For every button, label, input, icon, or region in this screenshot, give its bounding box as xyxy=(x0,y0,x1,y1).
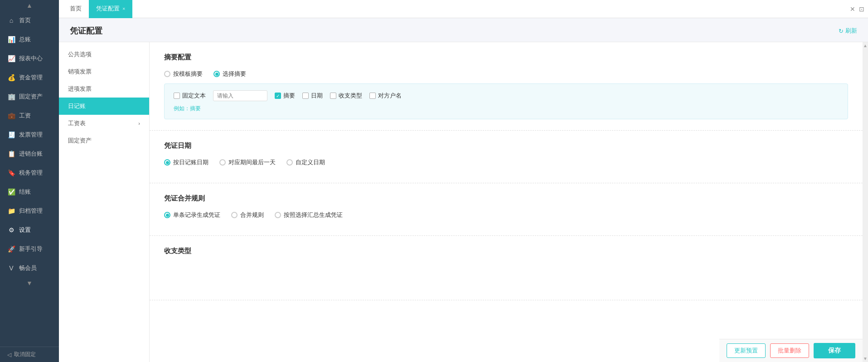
home-icon: ⌂ xyxy=(7,17,15,24)
checkbox-box-summary: ✓ xyxy=(275,93,281,99)
payroll-icon: 💼 xyxy=(7,112,15,119)
summary-config-title: 摘要配置 xyxy=(164,53,848,62)
window-close-icon[interactable]: ✕ xyxy=(850,5,855,13)
voucher-date-section: 凭证日期 按日记账日期 对应期间最后一天 自定义日期 xyxy=(150,131,863,183)
radio-template-summary[interactable]: 按模板摘要 xyxy=(164,70,203,78)
sidebar-item-settings[interactable]: ⚙设置 xyxy=(0,220,59,240)
sidebar-scroll-up[interactable]: ▲ xyxy=(0,0,59,11)
income-expense-section: 收支类型 xyxy=(150,236,863,300)
content-area: 公共选项销项发票进项发票日记账工资表›固定资产 摘要配置 按模板摘要 选择摘要 xyxy=(59,42,868,362)
save-button[interactable]: 保存 xyxy=(814,343,855,358)
checkbox-fixed-text[interactable]: 固定文本 xyxy=(174,92,206,100)
member-icon: V xyxy=(7,264,15,272)
left-nav-item-diary[interactable]: 日记账 xyxy=(59,98,149,115)
tax-icon: 🔖 xyxy=(7,169,15,176)
batch-delete-button[interactable]: 批量删除 xyxy=(770,343,809,358)
sidebar-item-invoice[interactable]: 🧾发票管理 xyxy=(0,125,59,144)
fixed-text-input[interactable] xyxy=(213,90,267,101)
sidebar-item-report[interactable]: 📈报表中心 xyxy=(0,49,59,68)
scrollbar[interactable]: ▲ ▼ xyxy=(863,42,868,362)
tab-home[interactable]: 首页 xyxy=(63,0,89,18)
bottom-bar: 更新预置 批量删除 保存 xyxy=(719,339,863,362)
right-content: 摘要配置 按模板摘要 选择摘要 固定文本 xyxy=(150,42,863,362)
refresh-icon: ↻ xyxy=(839,28,844,34)
sidebar-item-member[interactable]: V畅会员 xyxy=(0,259,59,278)
checkbox-counterpart[interactable]: 对方户名 xyxy=(369,92,402,100)
sidebar-unpin[interactable]: ◁ 取消固定 xyxy=(0,347,59,362)
pin-icon: ◁ xyxy=(7,352,11,358)
report-icon: 📈 xyxy=(7,55,15,62)
summary-checkbox-row: 固定文本 ✓ 摘要 日期 收支类型 xyxy=(174,90,839,101)
radio-circle-last-day xyxy=(219,159,226,166)
checkbox-date[interactable]: 日期 xyxy=(302,92,323,100)
merge-rules-radio-group: 单条记录生成凭证 合并规则 按照选择汇总生成凭证 xyxy=(164,211,848,219)
left-nav-item-salary_table[interactable]: 工资表› xyxy=(59,115,149,132)
settings-icon: ⚙ xyxy=(7,226,15,234)
radio-circle-diary-date xyxy=(164,159,170,166)
funds-icon: 💰 xyxy=(7,74,15,81)
sidebar-item-archive[interactable]: 📁归档管理 xyxy=(0,201,59,220)
voucher-date-title: 凭证日期 xyxy=(164,142,848,150)
voucher-date-radio-group: 按日记账日期 对应期间最后一天 自定义日期 xyxy=(164,158,848,166)
radio-last-day[interactable]: 对应期间最后一天 xyxy=(219,158,276,166)
assets-icon: 🏢 xyxy=(7,93,15,100)
sidebar-item-ledger[interactable]: 📊总账 xyxy=(0,30,59,49)
sidebar-item-assets[interactable]: 🏢固定资产 xyxy=(0,87,59,106)
merge-rules-section: 凭证合并规则 单条记录生成凭证 合并规则 按照选择汇总生成凭证 xyxy=(150,183,863,236)
sidebar-item-payroll[interactable]: 💼工资 xyxy=(0,106,59,125)
refresh-button[interactable]: ↻ 刷新 xyxy=(839,27,857,35)
radio-single-record[interactable]: 单条记录生成凭证 xyxy=(164,211,220,219)
left-nav-item-public[interactable]: 公共选项 xyxy=(59,46,149,63)
left-nav: 公共选项销项发票进项发票日记账工资表›固定资产 xyxy=(59,42,150,362)
sidebar-item-tax[interactable]: 🔖税务管理 xyxy=(0,163,59,182)
main-area: 首页 凭证配置 × ✕ ⊡ 凭证配置 ↻ 刷新 公共选项销项发票进项发票日记账工… xyxy=(59,0,868,362)
summary-checkbox-area: 固定文本 ✓ 摘要 日期 收支类型 xyxy=(164,83,848,119)
update-preset-button[interactable]: 更新预置 xyxy=(727,343,766,358)
tab-close-icon[interactable]: × xyxy=(122,6,125,11)
sidebar: ▲ ⌂首页📊总账📈报表中心💰资金管理🏢固定资产💼工资🧾发票管理📋进销台账🔖税务管… xyxy=(0,0,59,362)
tab-bar: 首页 凭证配置 × ✕ ⊡ xyxy=(59,0,868,18)
merge-rules-title: 凭证合并规则 xyxy=(164,194,848,203)
radio-circle-single xyxy=(164,212,170,218)
sales-icon: 📋 xyxy=(7,150,15,157)
tab-bar-right: ✕ ⊡ xyxy=(850,5,864,13)
checkbox-summary[interactable]: ✓ 摘要 xyxy=(275,92,295,100)
summary-radio-group: 按模板摘要 选择摘要 xyxy=(164,70,848,78)
left-nav-item-sales_invoice[interactable]: 销项发票 xyxy=(59,63,149,80)
guide-icon: 🚀 xyxy=(7,245,15,253)
checkbox-box-income-type xyxy=(330,93,336,99)
sidebar-item-guide[interactable]: 🚀新手引导 xyxy=(0,240,59,259)
checkbox-income-type[interactable]: 收支类型 xyxy=(330,92,362,100)
sidebar-item-home[interactable]: ⌂首页 xyxy=(0,11,59,30)
example-text: 例如：摘要 xyxy=(174,105,839,113)
ledger-icon: 📊 xyxy=(7,36,15,43)
checkbox-box-counterpart xyxy=(369,93,376,99)
radio-circle-merge xyxy=(231,212,238,218)
summary-config-section: 摘要配置 按模板摘要 选择摘要 固定文本 xyxy=(150,42,863,131)
window-resize-icon[interactable]: ⊡ xyxy=(859,5,864,13)
radio-merge-rule[interactable]: 合并规则 xyxy=(231,211,264,219)
radio-circle-template xyxy=(164,71,170,77)
radio-summary-gen[interactable]: 按照选择汇总生成凭证 xyxy=(275,211,343,219)
income-expense-title: 收支类型 xyxy=(164,247,848,255)
checkbox-box-date xyxy=(302,93,309,99)
radio-circle-select xyxy=(213,71,220,77)
radio-circle-summary-gen xyxy=(275,212,281,218)
page-header: 凭证配置 ↻ 刷新 xyxy=(59,18,868,42)
left-nav-item-fixed_assets[interactable]: 固定资产 xyxy=(59,132,149,149)
radio-diary-date[interactable]: 按日记账日期 xyxy=(164,158,209,166)
sidebar-item-funds[interactable]: 💰资金管理 xyxy=(0,68,59,87)
radio-custom-date[interactable]: 自定义日期 xyxy=(286,158,325,166)
sidebar-scroll-down[interactable]: ▼ xyxy=(0,278,59,289)
checkbox-box-fixed-text xyxy=(174,93,180,99)
radio-circle-custom-date xyxy=(286,159,293,166)
sidebar-item-settlement[interactable]: ✅结账 xyxy=(0,182,59,201)
settlement-icon: ✅ xyxy=(7,188,15,196)
archive-icon: 📁 xyxy=(7,207,15,215)
left-nav-item-purchase_invoice[interactable]: 进项发票 xyxy=(59,80,149,98)
radio-select-summary[interactable]: 选择摘要 xyxy=(213,70,246,78)
tab-voucher-config[interactable]: 凭证配置 × xyxy=(89,0,132,18)
invoice-icon: 🧾 xyxy=(7,131,15,138)
page-title: 凭证配置 xyxy=(70,25,102,36)
sidebar-item-sales[interactable]: 📋进销台账 xyxy=(0,144,59,163)
